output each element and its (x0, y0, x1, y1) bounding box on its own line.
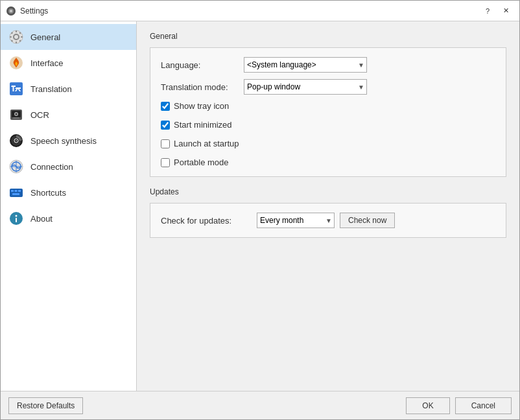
flame-icon (8, 55, 24, 71)
start-minimized-label: Start minimized (174, 120, 232, 130)
gear-icon (8, 29, 24, 45)
cancel-button[interactable]: Cancel (455, 397, 512, 414)
translation-icon (8, 81, 24, 97)
sidebar-item-shortcuts[interactable]: Shortcuts (1, 180, 136, 205)
start-minimized-row[interactable]: Start minimized (161, 120, 232, 130)
updates-section-title: Updates (150, 187, 506, 196)
sidebar-label-general: General (30, 32, 60, 42)
check-now-button[interactable]: Check now (340, 213, 395, 228)
show-tray-icon-checkbox[interactable] (161, 102, 170, 111)
ocr-icon (8, 107, 24, 122)
svg-point-2 (10, 10, 12, 12)
about-icon (8, 211, 24, 226)
portable-mode-label: Portable mode (174, 158, 229, 167)
translation-mode-label: Translation mode: (161, 82, 239, 92)
app-icon (6, 6, 16, 16)
svg-rect-6 (10, 36, 12, 38)
language-row: Language: <System language>EnglishGerman… (161, 57, 495, 73)
svg-rect-5 (16, 41, 17, 43)
help-button[interactable]: ? (479, 4, 496, 18)
language-select[interactable]: <System language>EnglishGermanFrenchSpan… (244, 57, 367, 73)
svg-point-18 (16, 113, 18, 115)
updates-settings-box: Check for updates: Every dayEvery weekEv… (150, 203, 506, 238)
footer: Restore Defaults OK Cancel (1, 391, 519, 419)
translation-mode-select[interactable]: Pop-up windowInlineOverlay (244, 79, 367, 95)
sidebar-item-speech-synthesis[interactable]: Speech synthesis (1, 128, 136, 154)
show-tray-icon-row[interactable]: Show tray icon (161, 101, 229, 111)
svg-rect-29 (15, 190, 18, 192)
main-panel: General Language: <System language>Engli… (137, 21, 519, 391)
svg-rect-27 (10, 189, 23, 197)
general-settings-box: Language: <System language>EnglishGerman… (150, 47, 506, 177)
launch-at-startup-row[interactable]: Launch at startup (161, 139, 239, 148)
translation-mode-row: Translation mode: Pop-up windowInlineOve… (161, 79, 495, 95)
footer-action-buttons: OK Cancel (406, 397, 512, 414)
svg-rect-28 (11, 190, 14, 192)
close-button[interactable]: ✕ (497, 4, 514, 18)
check-for-updates-label: Check for updates: (161, 216, 252, 226)
portable-mode-row[interactable]: Portable mode (161, 158, 229, 167)
language-label: Language: (161, 60, 239, 70)
svg-rect-7 (21, 36, 23, 38)
sidebar: General Interface (1, 21, 137, 391)
svg-rect-16 (13, 117, 19, 119)
language-select-wrapper: <System language>EnglishGermanFrenchSpan… (244, 57, 367, 73)
launch-at-startup-label: Launch at startup (174, 139, 239, 148)
svg-rect-30 (18, 190, 21, 192)
connection-icon (8, 159, 24, 174)
sidebar-label-translation: Translation (30, 84, 72, 94)
svg-point-33 (16, 215, 18, 217)
sidebar-label-about: About (30, 214, 53, 224)
check-interval-select[interactable]: Every dayEvery weekEvery monthNever (257, 213, 335, 228)
show-tray-icon-label: Show tray icon (174, 101, 229, 111)
launch-at-startup-checkbox[interactable] (161, 139, 170, 148)
shortcuts-icon (8, 185, 24, 200)
sidebar-item-ocr[interactable]: OCR (1, 102, 136, 128)
restore-defaults-button[interactable]: Restore Defaults (8, 397, 83, 414)
updates-row: Check for updates: Every dayEvery weekEv… (161, 213, 495, 228)
settings-window: Settings ? ✕ (0, 0, 520, 420)
sidebar-label-connection: Connection (30, 162, 73, 172)
ok-button[interactable]: OK (406, 397, 449, 414)
checkboxes-group: Show tray icon Start minimized Launch at… (161, 101, 495, 167)
svg-rect-31 (12, 193, 19, 195)
svg-rect-34 (16, 218, 17, 222)
sidebar-label-shortcuts: Shortcuts (30, 188, 66, 198)
sidebar-label-interface: Interface (30, 58, 64, 68)
general-section-title: General (150, 32, 506, 41)
sidebar-item-translation[interactable]: Translation (1, 76, 136, 102)
window-title: Settings (20, 6, 479, 16)
start-minimized-checkbox[interactable] (161, 121, 170, 130)
sidebar-item-about[interactable]: About (1, 205, 136, 231)
sidebar-label-ocr: OCR (30, 110, 49, 120)
sidebar-item-interface[interactable]: Interface (1, 50, 136, 76)
svg-point-22 (16, 140, 17, 141)
sidebar-item-connection[interactable]: Connection (1, 154, 136, 180)
content-area: General Interface (1, 21, 519, 391)
portable-mode-checkbox[interactable] (161, 158, 170, 167)
speech-icon (8, 133, 24, 148)
check-interval-select-wrapper: Every dayEvery weekEvery monthNever ▼ (257, 213, 335, 228)
titlebar: Settings ? ✕ (1, 1, 519, 21)
translation-mode-select-wrapper: Pop-up windowInlineOverlay ▼ (244, 79, 367, 95)
sidebar-label-speech: Speech synthesis (30, 136, 97, 146)
svg-rect-4 (16, 30, 17, 32)
window-controls: ? ✕ (479, 4, 514, 18)
sidebar-item-general[interactable]: General (1, 24, 136, 50)
